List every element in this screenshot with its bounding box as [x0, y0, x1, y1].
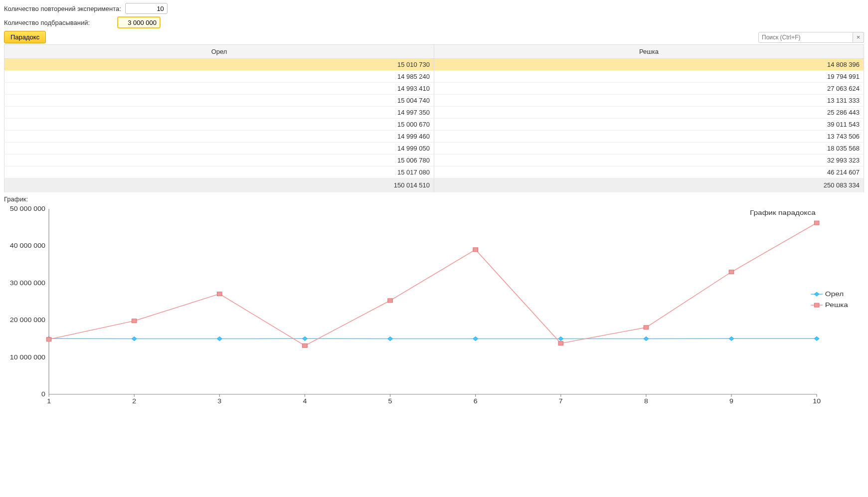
table-row[interactable]: 14 985 24019 794 991 [4, 71, 864, 83]
svg-rect-29 [132, 319, 136, 323]
table-row[interactable]: 15 006 78032 993 323 [4, 155, 864, 166]
cell-reshka: 39 011 543 [434, 119, 864, 131]
cell-orel: 14 993 410 [4, 83, 434, 95]
svg-rect-28 [46, 337, 51, 341]
svg-text:5: 5 [388, 398, 392, 405]
results-table: Орел Решка 15 010 73014 808 39614 985 24… [4, 44, 864, 192]
table-row[interactable]: 15 017 08046 214 607 [4, 166, 864, 178]
svg-text:10 000 000: 10 000 000 [10, 354, 45, 361]
table-row[interactable]: 14 997 35025 286 443 [4, 107, 864, 119]
cell-reshka: 13 743 506 [434, 131, 864, 143]
cell-reshka: 13 131 333 [434, 95, 864, 107]
table-row[interactable]: 15 010 73014 808 396 [4, 59, 864, 71]
svg-text:40 000 000: 40 000 000 [10, 242, 45, 249]
svg-text:30 000 000: 30 000 000 [10, 280, 45, 287]
table-row[interactable]: 14 999 05018 035 568 [4, 143, 864, 155]
search-input[interactable] [758, 32, 853, 43]
column-header-orel[interactable]: Орел [4, 45, 434, 59]
svg-text:9: 9 [729, 398, 733, 405]
svg-text:8: 8 [644, 398, 648, 405]
svg-text:График парадокса: График парадокса [750, 209, 816, 216]
svg-text:6: 6 [474, 398, 478, 405]
svg-text:0: 0 [41, 391, 45, 398]
svg-text:3: 3 [217, 398, 221, 405]
cell-orel: 15 010 730 [4, 59, 434, 71]
repeat-input[interactable] [125, 3, 168, 14]
cell-reshka: 19 794 991 [434, 71, 864, 83]
cell-orel: 15 017 080 [4, 166, 434, 178]
paradox-chart: 010 000 00020 000 00030 000 00040 000 00… [4, 204, 864, 408]
paradox-button[interactable]: Парадокс [4, 31, 46, 43]
table-row[interactable]: 14 999 46013 743 506 [4, 131, 864, 143]
cell-reshka: 32 993 323 [434, 155, 864, 166]
svg-rect-35 [644, 326, 648, 330]
svg-rect-34 [558, 341, 563, 345]
column-header-reshka[interactable]: Решка [434, 45, 864, 59]
svg-text:20 000 000: 20 000 000 [10, 317, 45, 324]
toss-input[interactable] [118, 17, 160, 28]
repeat-label: Количество повторений эксперимента: [4, 5, 121, 12]
cell-reshka: 25 286 443 [434, 107, 864, 119]
svg-text:Решка: Решка [825, 301, 848, 309]
svg-text:1: 1 [47, 398, 51, 405]
svg-rect-31 [303, 343, 307, 347]
cell-orel: 14 999 460 [4, 131, 434, 143]
svg-rect-30 [217, 292, 222, 296]
cell-orel: 14 997 350 [4, 107, 434, 119]
search-clear-button[interactable]: × [853, 32, 864, 43]
table-row[interactable]: 15 000 67039 011 543 [4, 119, 864, 131]
table-row[interactable]: 14 993 41027 063 624 [4, 83, 864, 95]
svg-text:50 000 000: 50 000 000 [10, 205, 45, 212]
cell-orel: 14 999 050 [4, 143, 434, 155]
table-row[interactable]: 15 004 74013 131 333 [4, 95, 864, 107]
footer-orel: 150 014 510 [4, 178, 434, 192]
cell-orel: 14 985 240 [4, 71, 434, 83]
svg-rect-42 [814, 303, 819, 307]
footer-reshka: 250 083 334 [434, 178, 864, 192]
cell-orel: 15 006 780 [4, 155, 434, 166]
svg-text:4: 4 [303, 398, 307, 405]
svg-text:2: 2 [132, 398, 136, 405]
svg-rect-33 [473, 248, 478, 252]
svg-rect-37 [814, 221, 819, 225]
chart-label: График: [4, 195, 864, 203]
cell-reshka: 46 214 607 [434, 166, 864, 178]
cell-orel: 15 004 740 [4, 95, 434, 107]
toss-label: Количество подбрасываний: [4, 19, 114, 26]
cell-orel: 15 000 670 [4, 119, 434, 131]
svg-text:Орел: Орел [825, 290, 844, 298]
cell-reshka: 27 063 624 [434, 83, 864, 95]
svg-text:7: 7 [559, 398, 563, 405]
svg-rect-36 [729, 270, 733, 274]
cell-reshka: 14 808 396 [434, 59, 864, 71]
cell-reshka: 18 035 568 [434, 143, 864, 155]
svg-rect-32 [388, 299, 392, 303]
svg-text:10: 10 [813, 398, 821, 405]
